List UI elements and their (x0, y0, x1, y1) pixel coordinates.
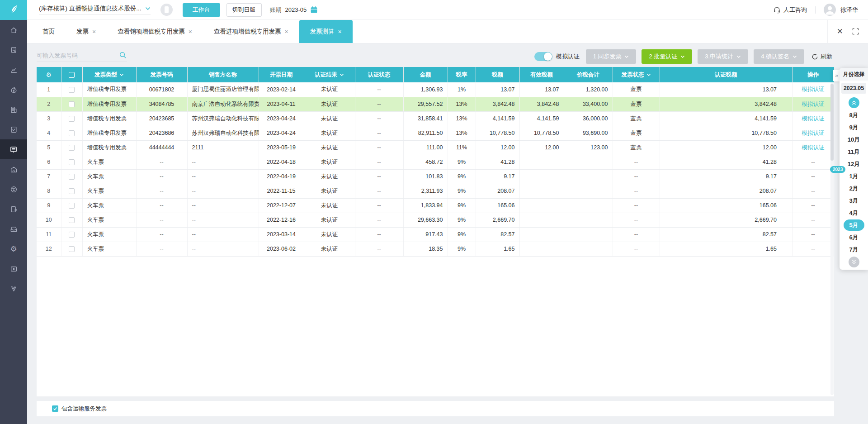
month-item[interactable]: 10月 (844, 133, 864, 146)
column-header-amount[interactable]: 金额 (403, 67, 448, 82)
refresh-button[interactable]: 刷新 (811, 52, 832, 61)
simulate-auth-action-link[interactable]: 模拟认证 (802, 86, 825, 92)
search-input[interactable] (37, 52, 119, 59)
table-row[interactable]: 4增值税专用发票20423686苏州汉弗瑞自动化科技有限公司2023-04-24… (37, 126, 834, 140)
table-row[interactable]: 6火车票----2022-04-18未认证--458.729%41.28--41… (37, 155, 834, 169)
period-value[interactable]: 2023-05 (285, 6, 307, 13)
user-avatar[interactable] (824, 4, 836, 16)
sidebar-item[interactable]: ⚙ (0, 239, 27, 259)
search-icon[interactable] (119, 51, 127, 59)
table-scrollbar[interactable] (830, 83, 834, 395)
column-header-type[interactable]: 发票类型 (82, 67, 136, 82)
column-header-number[interactable]: 发票号码 (136, 67, 187, 82)
tab-close-icon[interactable]: × (189, 29, 192, 35)
column-header-inv_status[interactable]: 发票状态 (613, 67, 660, 82)
fullscreen-icon[interactable] (852, 28, 859, 35)
row-checkbox[interactable] (69, 130, 75, 136)
month-item[interactable]: 5月 (844, 219, 864, 231)
user-name[interactable]: 徐泽华 (840, 6, 858, 14)
select-all-checkbox[interactable] (69, 72, 75, 78)
simulate-auth-action-link[interactable]: 模拟认证 (802, 144, 825, 151)
table-row[interactable]: 11火车票----2023-03-14未认证--917.439%82.57--8… (37, 227, 834, 242)
transport-invoice-checkbox[interactable] (52, 405, 58, 412)
support-link[interactable]: 人工咨询 (773, 6, 807, 14)
row-checkbox[interactable] (69, 188, 75, 194)
column-header-rate[interactable]: 税率 (448, 67, 476, 82)
table-row[interactable]: 2增值税专用发票34084785南京广浩自动化系统有限责任公司2023-04-1… (37, 97, 834, 111)
row-checkbox[interactable] (69, 246, 75, 252)
column-header-auth_tax[interactable]: 认证税额 (660, 67, 793, 82)
row-checkbox[interactable] (69, 232, 75, 238)
column-header-seller[interactable]: 销售方名称 (187, 67, 259, 82)
row-checkbox[interactable] (69, 217, 75, 223)
sidebar-item[interactable] (0, 139, 27, 159)
step-button[interactable]: 3.申请统计 (698, 49, 748, 64)
month-item[interactable]: 3月 (844, 195, 864, 207)
sidebar-item[interactable] (0, 179, 27, 199)
step-button[interactable]: 4.确认签名 (754, 49, 804, 64)
tab-close-icon[interactable]: × (284, 29, 288, 35)
table-row[interactable]: 7火车票----2022-04-19未认证--101.839%9.17--9.1… (37, 169, 834, 184)
calendar-icon[interactable] (310, 6, 318, 14)
scrollbar-thumb[interactable] (830, 84, 834, 161)
month-item[interactable]: 2月 (844, 182, 864, 195)
column-header-tax[interactable]: 税额 (476, 67, 519, 82)
step-button[interactable]: 1.同步发票 (586, 49, 637, 64)
month-scroll-up-button[interactable] (849, 97, 859, 108)
table-row[interactable]: 1增值税专用发票00671802厦门思蜀佳丽酒店管理有限公司2023-02-14… (37, 82, 834, 97)
close-icon[interactable]: ✕ (837, 28, 843, 35)
month-item[interactable]: 6月 (844, 231, 864, 243)
column-header-total[interactable]: 价税合计 (564, 67, 613, 82)
sidebar-item[interactable] (0, 20, 27, 40)
table-row[interactable]: 5增值税专用发票4444444421112023-05-19未认证--111.0… (37, 140, 834, 155)
app-logo[interactable] (0, 0, 27, 20)
month-item[interactable]: 8月 (844, 109, 864, 121)
step-button[interactable]: 2.批量认证 (642, 49, 692, 64)
workbench-button[interactable]: 工作台 (183, 3, 220, 17)
row-checkbox[interactable] (69, 101, 75, 107)
row-checkbox[interactable] (69, 203, 75, 209)
table-row[interactable]: 12火车票----2023-06-02未认证--18.359%1.65--1.6… (37, 242, 834, 256)
column-header-action[interactable]: 操作 (793, 67, 834, 82)
table-row[interactable]: 8火车票----2022-11-15未认证--2,311.939%208.07-… (37, 184, 834, 198)
column-header-status[interactable]: 认证状态 (355, 67, 403, 82)
clipboard-badge-icon[interactable] (160, 4, 173, 16)
month-item[interactable]: 12月 (844, 158, 864, 170)
simulate-auth-action-link[interactable]: 模拟认证 (802, 115, 825, 122)
column-header-valid_tax[interactable]: 有效税额 (519, 67, 564, 82)
table-settings-gear-icon[interactable]: ⚙ (46, 71, 52, 78)
sidebar-item[interactable] (0, 279, 27, 299)
sidebar-item[interactable] (0, 100, 27, 119)
table-row[interactable]: 3增值税专用发票20423685苏州汉弗瑞自动化科技有限公司2023-04-24… (37, 111, 834, 126)
sidebar-item[interactable] (0, 40, 27, 60)
row-checkbox[interactable] (69, 116, 75, 122)
sidebar-item[interactable] (0, 60, 27, 80)
month-item[interactable]: 11月 (844, 146, 864, 158)
simulate-auth-action-link[interactable]: 模拟认证 (802, 101, 825, 107)
tab[interactable]: 查看进项增值税专用发票× (203, 20, 299, 43)
column-header-result[interactable]: 认证结果 (304, 67, 355, 82)
sidebar-item[interactable] (0, 80, 27, 100)
row-checkbox[interactable] (69, 159, 75, 165)
tab[interactable]: 发票测算× (299, 20, 353, 43)
month-item[interactable]: 7月 (844, 243, 864, 256)
month-item[interactable]: 4月 (844, 207, 864, 219)
row-checkbox[interactable] (69, 145, 75, 151)
sidebar-item[interactable] (0, 219, 27, 239)
company-selector[interactable]: (库存核算) 直播畅捷通信息技术股份... (39, 5, 151, 15)
sidebar-item[interactable] (0, 199, 27, 219)
tab[interactable]: 发票× (66, 20, 107, 43)
tab[interactable]: 查看销项增值税专用发票× (107, 20, 203, 43)
table-row[interactable]: 9火车票----2022-12-07未认证--1,833.949%165.06-… (37, 198, 834, 213)
simulate-auth-toggle[interactable] (534, 52, 552, 61)
simulate-auth-action-link[interactable]: 模拟认证 (802, 130, 825, 136)
row-checkbox[interactable] (69, 174, 75, 180)
tab[interactable]: 首页 (32, 20, 66, 43)
switch-version-button[interactable]: 切到日版 (226, 3, 262, 17)
tab-close-icon[interactable]: × (92, 29, 96, 35)
tab-close-icon[interactable]: × (338, 29, 342, 35)
sidebar-item[interactable] (0, 259, 27, 279)
sidebar-item[interactable] (0, 159, 27, 179)
month-item[interactable]: 1月 (844, 170, 864, 182)
sidebar-item[interactable] (0, 119, 27, 139)
